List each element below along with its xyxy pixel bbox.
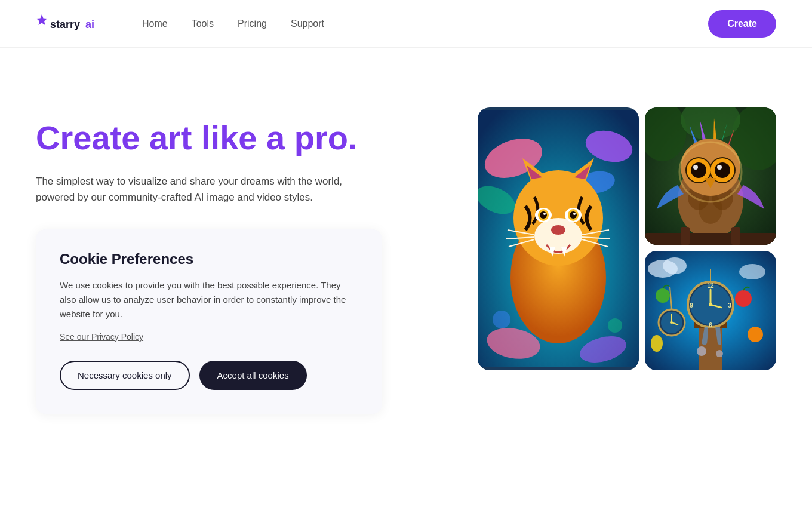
svg-point-78: [670, 321, 673, 324]
svg-text:3: 3: [728, 302, 731, 309]
svg-rect-56: [681, 227, 690, 245]
svg-point-86: [716, 350, 723, 357]
svg-point-17: [570, 211, 577, 219]
owl-image: [645, 107, 776, 245]
svg-point-84: [651, 335, 663, 352]
tiger-image: [478, 107, 639, 370]
nav-link-support[interactable]: Support: [291, 19, 324, 29]
nav-links: Home Tools Pricing Support: [142, 19, 324, 29]
svg-text:starry: starry: [50, 19, 80, 30]
create-button[interactable]: Create: [708, 10, 776, 38]
hero-images: 12 3 6 9: [478, 107, 776, 370]
navbar: starry ai Home Tools Pricing Support Cre…: [0, 0, 812, 48]
svg-text:9: 9: [690, 302, 693, 309]
svg-point-33: [608, 318, 622, 333]
hero-title: Create art like a pro.: [36, 119, 382, 156]
nav-item-home[interactable]: Home: [142, 19, 168, 29]
hero-left: Create art like a pro. The simplest way …: [36, 96, 382, 414]
svg-point-11: [551, 225, 565, 235]
nav-item-pricing[interactable]: Pricing: [238, 19, 267, 29]
accept-all-cookies-button[interactable]: Accept all cookies: [199, 361, 307, 390]
svg-text:6: 6: [709, 322, 712, 328]
necessary-cookies-button[interactable]: Necessary cookies only: [60, 361, 190, 390]
nav-item-tools[interactable]: Tools: [192, 19, 214, 29]
svg-marker-0: [36, 14, 47, 25]
svg-point-81: [735, 290, 752, 307]
cookie-preferences-card: Cookie Preferences We use cookies to pro…: [36, 229, 382, 414]
logo[interactable]: starry ai: [36, 13, 113, 35]
privacy-policy-link[interactable]: See our Privacy Policy: [60, 332, 358, 342]
svg-point-18: [543, 213, 546, 215]
svg-point-19: [573, 213, 576, 215]
svg-point-61: [739, 264, 765, 279]
cookie-buttons: Necessary cookies only Accept all cookie…: [60, 361, 358, 390]
svg-point-50: [715, 162, 730, 178]
svg-rect-55: [645, 233, 776, 245]
svg-point-16: [540, 211, 547, 219]
svg-text:ai: ai: [85, 19, 94, 30]
svg-point-52: [717, 165, 722, 170]
svg-point-85: [697, 346, 706, 356]
svg-point-73: [709, 303, 712, 306]
cookie-title: Cookie Preferences: [60, 251, 358, 268]
svg-point-10: [534, 218, 582, 254]
svg-rect-57: [731, 227, 740, 245]
svg-point-51: [693, 165, 698, 170]
hero-subtitle: The simplest way to visualize and share …: [36, 173, 346, 205]
nav-link-pricing[interactable]: Pricing: [238, 19, 267, 29]
svg-point-60: [663, 257, 687, 274]
svg-point-83: [748, 327, 763, 342]
clock-image: 12 3 6 9: [645, 251, 776, 370]
hero-section: Create art like a pro. The simplest way …: [0, 48, 812, 450]
nav-link-home[interactable]: Home: [142, 19, 168, 29]
svg-point-82: [656, 288, 670, 303]
nav-link-tools[interactable]: Tools: [192, 19, 214, 29]
svg-point-32: [493, 311, 510, 328]
svg-point-43: [699, 194, 722, 224]
svg-point-49: [691, 162, 706, 178]
cookie-description: We use cookies to provide you with the b…: [60, 278, 358, 321]
nav-item-support[interactable]: Support: [291, 19, 324, 29]
